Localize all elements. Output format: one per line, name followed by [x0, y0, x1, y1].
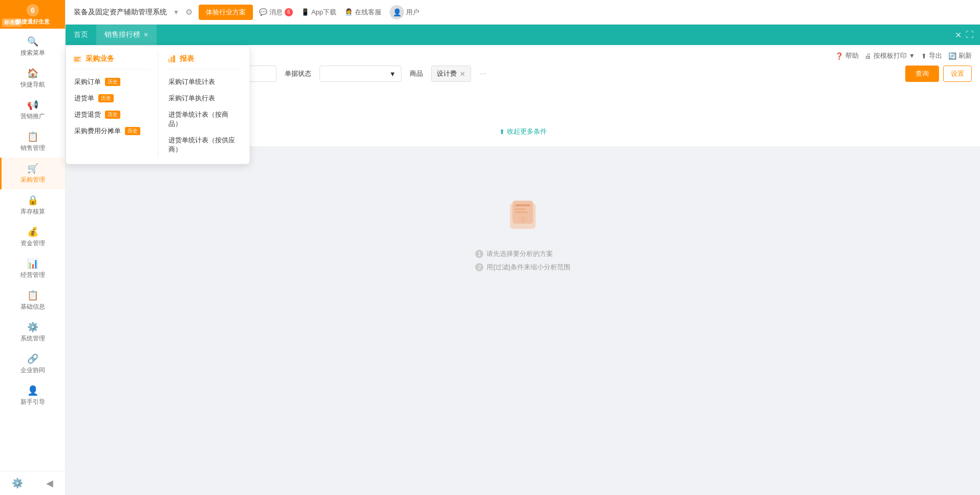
message-icon: 💬: [259, 8, 267, 16]
hint-num-1: 1: [475, 250, 483, 258]
goods-tag: 设计费 ✕: [431, 66, 471, 82]
tab-bar: 首页 销售排行榜 ✕ ✕ ⛶: [66, 25, 980, 45]
setting-btn[interactable]: 设置: [943, 66, 972, 82]
svg-rect-10: [74, 57, 80, 58]
tab-bar-end: ✕ ⛶: [955, 30, 980, 40]
goods-tag-close[interactable]: ✕: [460, 70, 465, 78]
sidebar-item-sales[interactable]: 📋 销售管理: [0, 126, 65, 158]
industry-btn[interactable]: 体验行业方案: [199, 5, 253, 20]
sidebar-item-finance[interactable]: 💰 资金管理: [0, 221, 65, 253]
goods-label: 商品: [410, 69, 423, 78]
sidebar-item-guide[interactable]: 👤 新手引导: [0, 380, 65, 412]
menu-col-reports: 报表 采购订单统计表 采购订单执行表 进货单统计表（按商品） 进货单统计表（按供…: [160, 52, 250, 158]
doc-status-select[interactable]: ▼: [319, 66, 401, 82]
sidebar-item-basic-info[interactable]: 📋 基础信息: [0, 285, 65, 316]
tab-home[interactable]: 首页: [66, 25, 96, 45]
menu-item-inbound-label: 进货单: [74, 94, 94, 103]
online-service-label: 在线客服: [355, 8, 381, 17]
top-header: 装备及固定资产辅助管理系统 ▼ ⚙ 体验行业方案 💬 消息 6 📱 App下载 …: [66, 0, 980, 25]
system-title: 装备及固定资产辅助管理系统: [74, 8, 167, 17]
collapse-sidebar-btn[interactable]: ◀: [46, 478, 53, 489]
print-btn[interactable]: 🖨 按模板打印 ▼: [865, 51, 915, 60]
svg-rect-12: [74, 60, 79, 61]
doc-status-arrow: ▼: [389, 70, 396, 78]
search-icon: 🔍: [27, 36, 38, 47]
export-icon: ⬆: [921, 52, 927, 60]
sidebar-item-label: 经营管理: [20, 271, 45, 279]
tab-fullscreen-btn[interactable]: ⛶: [966, 30, 974, 39]
refresh-icon: 🔄: [948, 52, 956, 60]
sidebar-item-purchase[interactable]: 🛒 采购管理: [0, 158, 65, 189]
sidebar-item-label: 新手引导: [20, 398, 45, 406]
menu-item-purchase-expense[interactable]: 采购费用分摊单 历史: [72, 123, 150, 139]
app-download-btn[interactable]: 📱 App下载: [301, 8, 336, 17]
svg-rect-6: [515, 211, 528, 213]
hint-text-2: 用[过滤]条件来缩小分析范围: [486, 261, 570, 274]
tab-close-window-btn[interactable]: ✕: [955, 30, 962, 40]
menu-item-order-execute[interactable]: 采购订单执行表: [166, 90, 244, 106]
collapse-btn[interactable]: ⬆ 收起更多条件: [499, 123, 547, 140]
hint-item-1: 1 请先选择要分析的方案: [475, 247, 570, 261]
svg-rect-5: [515, 208, 525, 210]
sales-icon: 📋: [27, 131, 38, 142]
menu-item-order-stats[interactable]: 采购订单统计表: [166, 74, 244, 90]
sidebar-item-label: 快捷导航: [20, 80, 45, 89]
sidebar-item-label: 资金管理: [20, 239, 45, 248]
salesperson-field: ···: [227, 91, 972, 100]
settings-icon[interactable]: ⚙: [185, 7, 193, 17]
svg-rect-13: [168, 59, 170, 62]
collapse-up-icon: ⬆: [499, 128, 505, 136]
collapse-label: 收起更多条件: [507, 127, 547, 136]
menu-item-purchase-inbound[interactable]: 进货单 历史: [72, 90, 150, 106]
menu-item-inbound-stats-supplier[interactable]: 进货单统计表（按供应商）: [166, 132, 244, 158]
sidebar-item-marketing[interactable]: 📢 营销推广: [0, 94, 65, 126]
sidebar-item-quick-nav[interactable]: 🏠 快捷导航: [0, 62, 65, 94]
sidebar-item-operation[interactable]: 📊 经营管理: [0, 253, 65, 285]
sidebar-item-enterprise[interactable]: 🔗 企业协同: [0, 348, 65, 380]
sidebar-item-search[interactable]: 🔍 搜索菜单: [0, 31, 65, 62]
menu-item-purchase-order-label: 采购订单: [74, 77, 101, 87]
menu-item-order-stats-label: 采购订单统计表: [168, 77, 215, 87]
goods-more[interactable]: ···: [479, 69, 486, 78]
empty-hint: 1 请先选择要分析的方案 2 用[过滤]条件来缩小分析范围: [475, 247, 570, 274]
svg-rect-4: [515, 204, 530, 206]
print-dropdown[interactable]: ▼: [909, 52, 915, 59]
logo-icon: 6: [25, 3, 41, 17]
menu-item-inbound-stats-goods-label: 进货单统计表（按商品）: [168, 110, 242, 128]
settings-bottom-btn[interactable]: ⚙️: [12, 478, 23, 489]
refresh-btn[interactable]: 🔄 刷新: [948, 51, 972, 60]
basic-info-icon: 📋: [27, 290, 38, 301]
user-avatar: 👤: [390, 5, 404, 19]
user-btn[interactable]: 👤 用户: [390, 5, 419, 19]
export-btn[interactable]: ⬆ 导出: [921, 51, 942, 60]
menu-item-order-execute-label: 采购订单执行表: [168, 94, 215, 103]
menu-item-inbound-stats-supplier-label: 进货单统计表（按供应商）: [168, 136, 242, 154]
svg-text::(: :(: [521, 216, 525, 222]
history-badge-4: 历史: [125, 127, 140, 135]
help-btn[interactable]: ❓ 帮助: [835, 51, 859, 60]
help-label: 帮助: [845, 51, 859, 60]
hint-num-2: 2: [475, 263, 483, 271]
query-btn[interactable]: 查询: [905, 66, 939, 82]
goods-tag-value: 设计费: [437, 69, 457, 78]
enterprise-icon: 🔗: [27, 353, 38, 364]
hint-text-1: 请先选择要分析的方案: [486, 247, 553, 261]
online-service-btn[interactable]: 👩‍💼 在线客服: [345, 8, 381, 17]
svg-rect-15: [173, 55, 175, 62]
system-dropdown-arrow[interactable]: ▼: [173, 9, 179, 16]
messages-btn[interactable]: 💬 消息 6: [259, 8, 293, 17]
sidebar-bottom: ⚙️ ◀: [0, 471, 65, 495]
menu-item-inbound-stats-goods[interactable]: 进货单统计表（按商品）: [166, 106, 244, 132]
menu-item-purchase-order[interactable]: 采购订单 历史: [72, 74, 150, 90]
sidebar-item-system[interactable]: ⚙️ 系统管理: [0, 316, 65, 348]
action-btns: 查询 设置: [905, 66, 972, 82]
tab-sales-ranking[interactable]: 销售排行榜 ✕: [96, 25, 157, 45]
sidebar-item-label: 搜索菜单: [20, 49, 45, 57]
empty-illustration: :(: [497, 188, 548, 239]
tab-close-btn[interactable]: ✕: [143, 31, 148, 38]
print-icon: 🖨: [865, 52, 871, 60]
menu-section-purchase-title: 采购业务: [72, 52, 150, 70]
print-label: 按模板打印: [874, 51, 907, 60]
menu-item-purchase-return[interactable]: 进货退货 历史: [72, 106, 150, 123]
sidebar-item-inventory[interactable]: 🔒 库存核算: [0, 189, 65, 221]
